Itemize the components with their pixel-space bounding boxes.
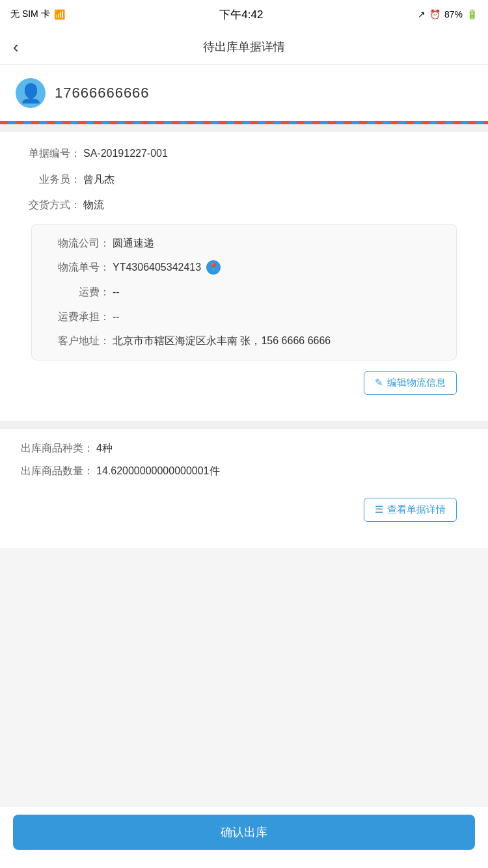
customer-phone: 17666666666 [55,85,150,102]
battery-icon: 🔋 [467,9,478,20]
status-time: 下午4:42 [219,7,263,22]
carrier-text: 无 SIM 卡 [10,8,50,20]
goods-quantity-row: 出库商品数量： 14.62000000000000001件 [16,465,472,478]
avatar: 👤 [16,78,46,108]
wifi-icon: 📶 [54,9,65,20]
goods-quantity-label: 出库商品数量： [16,465,94,478]
logistics-address-value: 北京市市辖区海淀区永丰南 张，156 6666 6666 [110,332,443,349]
goods-section: 出库商品种类： 4种 出库商品数量： 14.62000000000000001件… [0,429,488,548]
page-title: 待出库单据详情 [203,39,285,55]
view-btn-row: ☰ 查看单据详情 [16,487,472,535]
confirm-outbound-button[interactable]: 确认出库 [13,815,475,850]
logistics-freight-bear-label: 运费承担： [45,308,110,325]
logistics-company-row: 物流公司： 圆通速递 [45,235,443,252]
section-gap-2 [0,421,488,429]
delivery-label: 交货方式： [16,197,81,213]
edit-btn-label: 编辑物流信息 [387,377,446,389]
logistics-company-label: 物流公司： [45,235,110,252]
logistics-company-value: 圆通速递 [110,235,443,252]
edit-btn-row: ✎ 编辑物流信息 [16,360,472,408]
confirm-btn-label: 确认出库 [221,824,267,840]
order-number-label: 单据编号： [16,145,81,162]
logistics-freight-row: 运费： -- [45,284,443,301]
user-icon: 👤 [20,83,42,104]
logistics-freight-label: 运费： [45,284,110,301]
back-button[interactable]: ‹ [13,38,19,55]
edit-logistics-button[interactable]: ✎ 编辑物流信息 [364,371,457,395]
logistics-freight-bear-value: -- [110,308,443,325]
status-bar: 无 SIM 卡 📶 下午4:42 ↗ ⏰ 87% 🔋 [0,0,488,29]
edit-icon: ✎ [375,377,383,388]
battery-text: 87% [444,9,463,20]
status-left: 无 SIM 卡 📶 [10,8,65,20]
view-btn-label: 查看单据详情 [387,504,446,516]
view-details-button[interactable]: ☰ 查看单据详情 [364,498,457,522]
order-info-section: 单据编号： SA-20191227-001 业务员： 曾凡杰 交货方式： 物流 … [0,132,488,421]
salesman-value: 曾凡杰 [81,171,472,188]
goods-types-row: 出库商品种类： 4种 [16,442,472,455]
status-right: ↗ ⏰ 87% 🔋 [418,9,478,20]
salesman-row: 业务员： 曾凡杰 [16,171,472,188]
confirm-area: 确认出库 [0,807,488,868]
salesman-label: 业务员： [16,171,81,188]
bottom-spacer [0,548,488,626]
customer-header: 👤 17666666666 [0,65,488,121]
delivery-value: 物流 [81,197,472,213]
nav-bar: ‹ 待出库单据详情 [0,29,488,65]
goods-types-value: 4种 [94,442,113,455]
logistics-tracking-label: 物流单号： [45,259,110,276]
order-number-value: SA-20191227-001 [81,145,472,162]
goods-quantity-value: 14.62000000000000001件 [94,465,220,478]
logistics-tracking-value: YT4306405342413 📍 [110,259,443,276]
goods-types-label: 出库商品种类： [16,442,94,455]
location-icon: ↗ [418,9,426,20]
logistics-tracking-row: 物流单号： YT4306405342413 📍 [45,259,443,276]
order-number-row: 单据编号： SA-20191227-001 [16,145,472,162]
list-icon: ☰ [375,504,383,515]
logistics-freight-bear-row: 运费承担： -- [45,308,443,325]
logistics-card: 物流公司： 圆通速递 物流单号： YT4306405342413 📍 运费： -… [31,224,457,360]
section-gap-1 [0,124,488,132]
logistics-address-row: 客户地址： 北京市市辖区海淀区永丰南 张，156 6666 6666 [45,332,443,349]
delivery-row: 交货方式： 物流 [16,197,472,213]
alarm-icon: ⏰ [429,9,441,20]
location-pin-button[interactable]: 📍 [206,260,221,275]
logistics-address-label: 客户地址： [45,332,110,349]
logistics-freight-value: -- [110,284,443,301]
